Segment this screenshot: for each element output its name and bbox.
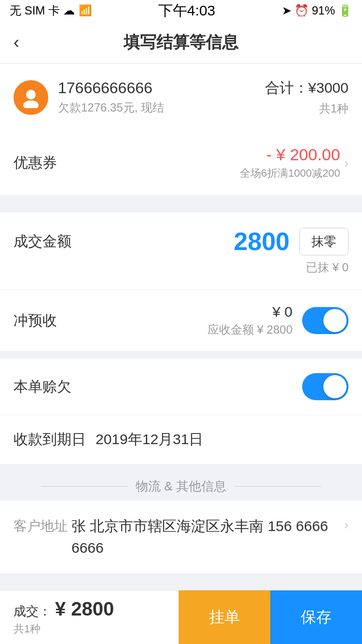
due-date-section: 收款到期日 2019年12月31日 bbox=[0, 415, 362, 464]
nav-bar: ‹ 填写结算等信息 bbox=[0, 21, 362, 64]
status-left: 无 SIM 卡 ☁ 📶 bbox=[10, 3, 92, 18]
round-button[interactable]: 抹零 bbox=[299, 228, 348, 255]
discount-amount: - ¥ 200.00 bbox=[266, 145, 340, 164]
deal-section: 成交金额 2800 抹零 已抹 ¥ 0 bbox=[0, 212, 362, 290]
avatar bbox=[14, 80, 48, 115]
discount-desc: 全场6折满1000减200 bbox=[240, 166, 340, 181]
svg-point-0 bbox=[26, 90, 36, 99]
location-icon: ➤ bbox=[282, 4, 292, 17]
logistics-label: 物流 & 其他信息 bbox=[136, 478, 226, 495]
battery-icon: 🔋 bbox=[338, 4, 352, 17]
deal-row: 成交金额 2800 抹零 bbox=[14, 227, 348, 256]
user-icon bbox=[20, 87, 42, 108]
address-label: 客户地址 bbox=[14, 515, 71, 535]
customer-total: 合计：¥3000 共1种 bbox=[265, 78, 348, 116]
wifi-icon: 📶 bbox=[79, 4, 92, 17]
bottom-count: 共1种 bbox=[14, 622, 165, 636]
alarm-icon: ⏰ bbox=[294, 4, 309, 17]
address-section[interactable]: 客户地址 张 北京市市辖区海淀区永丰南 156 6666 6666 › bbox=[0, 501, 362, 573]
back-button[interactable]: ‹ bbox=[14, 32, 19, 53]
customer-debt: 欠款1276.35元, 现结 bbox=[58, 100, 265, 115]
prepay-amount: ¥ 0 bbox=[208, 304, 292, 320]
logistics-text: 物流 & 其他信息 bbox=[41, 478, 321, 495]
svg-point-1 bbox=[23, 100, 39, 108]
deal-amount-value: 2800 bbox=[234, 227, 290, 256]
deal-right: 2800 抹零 bbox=[234, 227, 348, 256]
customer-phone: 17666666666 bbox=[58, 79, 265, 97]
address-chevron: › bbox=[344, 515, 348, 532]
battery-text: 91% bbox=[312, 4, 335, 17]
save-button[interactable]: 保存 bbox=[270, 590, 362, 644]
debt-toggle-knob bbox=[323, 375, 347, 398]
prepay-value-col: ¥ 0 应收金额 ¥ 2800 bbox=[208, 304, 292, 337]
due-date-label: 收款到期日 bbox=[14, 430, 86, 449]
separator-2 bbox=[0, 351, 362, 359]
discount-chevron: › bbox=[344, 155, 348, 171]
deal-sub: 已抹 ¥ 0 bbox=[14, 260, 348, 275]
bottom-info: 成交： ¥ 2800 共1种 bbox=[0, 598, 179, 636]
customer-info: 17666666666 欠款1276.35元, 现结 bbox=[58, 79, 265, 115]
prepay-label: 冲预收 bbox=[14, 311, 57, 331]
prepay-toggle[interactable] bbox=[302, 307, 348, 334]
logistics-line-left bbox=[41, 486, 128, 487]
sim-status: 无 SIM 卡 ☁ bbox=[10, 3, 75, 18]
separator-1 bbox=[0, 205, 362, 212]
bottom-deal: 成交： ¥ 2800 bbox=[14, 598, 165, 620]
debt-section: 本单赊欠 bbox=[0, 359, 362, 415]
separator-3 bbox=[0, 464, 362, 472]
pending-button[interactable]: 挂单 bbox=[179, 590, 270, 644]
status-right: ➤ ⏰ 91% 🔋 bbox=[282, 4, 352, 17]
customer-section: 17666666666 欠款1276.35元, 现结 合计：¥3000 共1种 … bbox=[0, 64, 362, 195]
prepay-receivable: 应收金额 ¥ 2800 bbox=[208, 322, 292, 337]
bottom-bar: 成交： ¥ 2800 共1种 挂单 保存 bbox=[0, 590, 362, 644]
status-bar: 无 SIM 卡 ☁ 📶 下午4:03 ➤ ⏰ 91% 🔋 bbox=[0, 0, 362, 21]
deal-amount-label: 成交金额 bbox=[14, 232, 71, 252]
discount-right: - ¥ 200.00 全场6折满1000减200 bbox=[57, 145, 340, 181]
discount-row[interactable]: 优惠券 - ¥ 200.00 全场6折满1000减200 › bbox=[0, 131, 362, 195]
logistics-divider: 物流 & 其他信息 bbox=[0, 472, 362, 501]
total-count: 共1种 bbox=[265, 101, 348, 116]
logistics-line-right bbox=[234, 486, 321, 487]
debt-label: 本单赊欠 bbox=[14, 377, 71, 397]
prepay-toggle-knob bbox=[323, 309, 347, 332]
debt-toggle[interactable] bbox=[302, 373, 348, 400]
bottom-deal-label: 成交： bbox=[14, 603, 51, 620]
total-amount: 合计：¥3000 bbox=[265, 78, 348, 98]
prepay-row: 冲预收 ¥ 0 应收金额 ¥ 2800 bbox=[14, 304, 348, 337]
address-value: 张 北京市市辖区海淀区永丰南 156 6666 6666 bbox=[71, 515, 340, 559]
status-time: 下午4:03 bbox=[158, 1, 215, 21]
bottom-deal-amount: ¥ 2800 bbox=[55, 598, 114, 620]
due-date-value: 2019年12月31日 bbox=[96, 430, 203, 449]
prepay-section: 冲预收 ¥ 0 应收金额 ¥ 2800 bbox=[0, 290, 362, 351]
discount-label: 优惠券 bbox=[14, 153, 57, 173]
page-title: 填写结算等信息 bbox=[124, 31, 238, 54]
prepay-right: ¥ 0 应收金额 ¥ 2800 bbox=[208, 304, 348, 337]
customer-row: 17666666666 欠款1276.35元, 现结 合计：¥3000 共1种 bbox=[0, 64, 362, 131]
